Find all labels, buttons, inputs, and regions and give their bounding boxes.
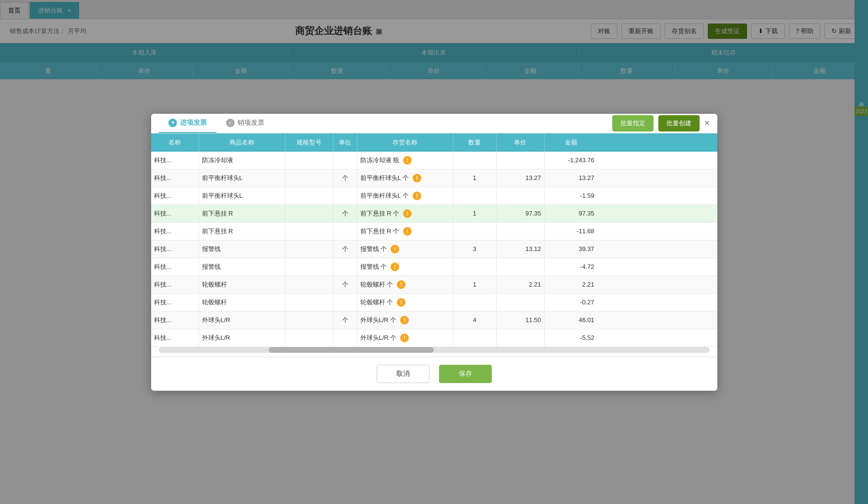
td-amount: 2.21 bbox=[545, 276, 597, 293]
scrollbar-thumb[interactable] bbox=[269, 347, 434, 353]
warning-icon: ! bbox=[397, 280, 405, 289]
td-amount: -5.52 bbox=[545, 329, 597, 347]
modal-footer: 取消 保存 bbox=[151, 357, 717, 391]
td-qty: 3 bbox=[453, 240, 497, 258]
td-spec bbox=[285, 329, 333, 347]
td-spec bbox=[285, 187, 333, 204]
td-amount: 13.27 bbox=[545, 169, 597, 187]
td-amount: -11.68 bbox=[545, 223, 597, 240]
modal-overlay: ✦ 进项发票 ▪ 销项发票 批量指定 批量创建 × 名称 商品名称 规格型号 bbox=[0, 0, 868, 504]
table-row[interactable]: 科技... 轮毂螺杆 个 轮毂螺杆 个 ! 1 2.21 2.21 bbox=[151, 276, 717, 294]
th-amount: 金额 bbox=[545, 133, 597, 152]
td-name: 科技... bbox=[151, 294, 199, 311]
table-row[interactable]: 科技... 外球头L/R 个 外球头L/R 个 ! 4 11.50 46.01 bbox=[151, 312, 717, 329]
td-spec bbox=[285, 294, 333, 311]
td-unit: 个 bbox=[333, 205, 357, 222]
td-unit bbox=[333, 258, 357, 276]
td-price: 13.27 bbox=[497, 169, 545, 187]
td-name: 科技... bbox=[151, 276, 199, 293]
td-spec bbox=[285, 240, 333, 258]
table-body: 科技... 防冻冷却液 防冻冷却液 瓶 ! -1,243.76 科技... 前平… bbox=[151, 152, 717, 347]
td-stock: 报警线 个 ! bbox=[357, 258, 453, 276]
td-name: 科技... bbox=[151, 152, 199, 169]
td-price: 2.21 bbox=[497, 276, 545, 293]
modal-dialog: ✦ 进项发票 ▪ 销项发票 批量指定 批量创建 × 名称 商品名称 规格型号 bbox=[151, 114, 717, 391]
td-spec bbox=[285, 152, 333, 169]
td-stock: 外球头L/R 个 ! bbox=[357, 329, 453, 347]
td-unit bbox=[333, 329, 357, 347]
td-spec bbox=[285, 258, 333, 276]
invoice-in-icon: ✦ bbox=[168, 119, 177, 127]
table-row[interactable]: 科技... 轮毂螺杆 轮毂螺杆 个 ! -0.27 bbox=[151, 294, 717, 312]
td-unit bbox=[333, 152, 357, 169]
td-qty bbox=[453, 187, 497, 204]
th-name: 名称 bbox=[151, 133, 199, 152]
table-row[interactable]: 科技... 前下悬挂 R 个 前下悬挂 R 个 ! 1 97.35 97.35 bbox=[151, 205, 717, 223]
table-row[interactable]: 科技... 报警线 个 报警线 个 ! 3 13.12 39.37 bbox=[151, 240, 717, 258]
td-stock: 防冻冷却液 瓶 ! bbox=[357, 152, 453, 169]
table-header: 名称 商品名称 规格型号 单位 存货名称 数量 单价 金额 bbox=[151, 133, 717, 152]
table-row[interactable]: 科技... 前下悬挂 R 前下悬挂 R 个 ! -11.68 bbox=[151, 223, 717, 240]
td-amount: -1.59 bbox=[545, 187, 597, 204]
table-row[interactable]: 科技... 外球头L/R 外球头L/R 个 ! -5.52 bbox=[151, 329, 717, 347]
td-product: 报警线 bbox=[199, 258, 285, 276]
td-product: 前下悬挂 R bbox=[199, 205, 285, 222]
cancel-button[interactable]: 取消 bbox=[377, 365, 429, 383]
batch-assign-button[interactable]: 批量指定 bbox=[612, 115, 654, 132]
warning-icon: ! bbox=[391, 263, 399, 271]
th-qty: 数量 bbox=[453, 133, 497, 152]
td-unit: 个 bbox=[333, 276, 357, 293]
table-row[interactable]: 科技... 防冻冷却液 防冻冷却液 瓶 ! -1,243.76 bbox=[151, 152, 717, 169]
warning-icon: ! bbox=[400, 334, 409, 342]
td-price bbox=[497, 152, 545, 169]
th-price: 单价 bbox=[497, 133, 545, 152]
modal-action-buttons: 批量指定 批量创建 × bbox=[612, 115, 710, 132]
td-product: 外球头L/R bbox=[199, 312, 285, 329]
td-name: 科技... bbox=[151, 258, 199, 276]
td-spec bbox=[285, 205, 333, 222]
td-qty bbox=[453, 152, 497, 169]
td-price bbox=[497, 258, 545, 276]
td-product: 防冻冷却液 bbox=[199, 152, 285, 169]
td-qty: 1 bbox=[453, 276, 497, 293]
td-unit: 个 bbox=[333, 312, 357, 329]
td-amount: 46.01 bbox=[545, 312, 597, 329]
warning-icon: ! bbox=[413, 174, 421, 182]
th-spec: 规格型号 bbox=[285, 133, 333, 152]
td-qty bbox=[453, 258, 497, 276]
td-spec bbox=[285, 169, 333, 187]
td-spec bbox=[285, 276, 333, 293]
td-product: 报警线 bbox=[199, 240, 285, 258]
th-stock: 存货名称 bbox=[357, 133, 453, 152]
td-qty: 1 bbox=[453, 205, 497, 222]
td-price bbox=[497, 223, 545, 240]
td-name: 科技... bbox=[151, 312, 199, 329]
modal-close-button[interactable]: × bbox=[704, 115, 710, 132]
warning-icon: ! bbox=[391, 245, 399, 253]
td-price bbox=[497, 294, 545, 311]
td-stock: 外球头L/R 个 ! bbox=[357, 312, 453, 329]
td-unit bbox=[333, 223, 357, 240]
td-unit bbox=[333, 294, 357, 311]
batch-create-button[interactable]: 批量创建 bbox=[658, 115, 700, 132]
td-qty bbox=[453, 329, 497, 347]
table-row[interactable]: 科技... 前平衡杆球头L 个 前平衡杆球头L 个 ! 1 13.27 13.2… bbox=[151, 169, 717, 187]
td-stock: 前平衡杆球头L 个 ! bbox=[357, 187, 453, 204]
modal-table-container: 名称 商品名称 规格型号 单位 存货名称 数量 单价 金额 科技... 防冻冷却… bbox=[151, 133, 717, 347]
table-row[interactable]: 科技... 报警线 报警线 个 ! -4.72 bbox=[151, 258, 717, 276]
td-stock: 前平衡杆球头L 个 ! bbox=[357, 169, 453, 187]
tab-invoice-out[interactable]: ▪ 销项发票 bbox=[216, 114, 274, 133]
invoice-out-icon: ▪ bbox=[226, 119, 235, 127]
td-product: 外球头L/R bbox=[199, 329, 285, 347]
table-row[interactable]: 科技... 前平衡杆球头L 前平衡杆球头L 个 ! -1.59 bbox=[151, 187, 717, 205]
save-button[interactable]: 保存 bbox=[439, 365, 492, 383]
horizontal-scrollbar[interactable] bbox=[159, 347, 710, 353]
td-unit: 个 bbox=[333, 169, 357, 187]
tab-invoice-in[interactable]: ✦ 进项发票 bbox=[159, 114, 216, 133]
td-stock: 轮毂螺杆 个 ! bbox=[357, 294, 453, 311]
td-name: 科技... bbox=[151, 240, 199, 258]
td-qty bbox=[453, 223, 497, 240]
td-product: 轮毂螺杆 bbox=[199, 276, 285, 293]
td-name: 科技... bbox=[151, 187, 199, 204]
td-stock: 轮毂螺杆 个 ! bbox=[357, 276, 453, 293]
